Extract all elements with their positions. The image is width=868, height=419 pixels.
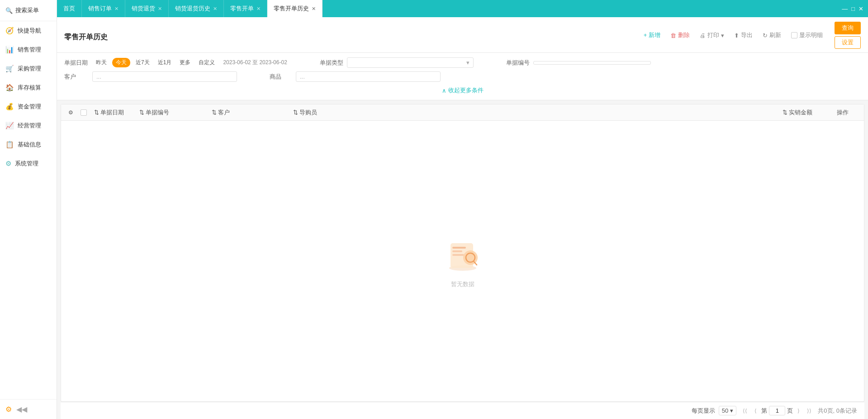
prev-page-button[interactable]: ⟨ [752,407,759,415]
sort-icon-date: ⇅ [94,109,99,116]
goods-input[interactable]: ... [296,71,441,82]
sort-icon-num: ⇅ [139,109,144,116]
page-header: 零售开单历史 + 新增 🗑 删除 🖨 打印 ▾ ⬆ 导出 ↻ [57,17,868,53]
refresh-button[interactable]: ↻ 刷新 [760,29,784,41]
close-button[interactable]: ✕ [859,5,863,12]
tab-home[interactable]: 首页 [57,0,82,17]
tab-retail-history[interactable]: 零售开单历史 ✕ [267,0,323,17]
date-label: 单据日期 [64,59,88,67]
print-button[interactable]: 🖨 打印 ▾ [697,29,727,41]
th-amount[interactable]: ⇅ 实销金额 [779,108,833,117]
customer-input[interactable]: ... [92,71,237,82]
sidebar-item-purchase[interactable]: 🛒 采购管理 [0,59,57,78]
type-label: 单据类型 [320,59,343,67]
filter-row-2: 客户 ... 商品 ... [64,71,861,82]
operation-icon: 📈 [5,122,14,130]
export-button[interactable]: ⬆ 导出 [731,29,755,41]
collapse-filter[interactable]: ∧ 收起更多条件 [64,85,861,95]
page-number-input[interactable] [769,406,785,415]
date-range-display: 2023-06-02 至 2023-06-02 [223,59,287,66]
empty-illustration [442,234,483,275]
sidebar-item-finance[interactable]: 💰 资金管理 [0,97,57,116]
sidebar-bottom: ⚙ ◀◀ [0,399,57,419]
sales-icon: 📊 [5,46,14,54]
per-page-value: 50 [722,407,728,414]
window-controls: — □ ✕ [842,5,868,12]
customer-placeholder: ... [96,73,101,80]
num-input[interactable] [533,61,651,65]
page-navigation: ⟨⟨ ⟨ 第 页 ⟩ ⟩⟩ [740,406,814,415]
per-page-select[interactable]: 50 ▾ [719,406,736,415]
sidebar-label-finance: 资金管理 [18,103,41,111]
tab-sales-return-history-label: 销货退货历史 [175,5,210,13]
sidebar-item-sales[interactable]: 📊 销售管理 [0,40,57,59]
finance-icon: 💰 [5,103,14,111]
sidebar-item-inventory[interactable]: 🏠 库存核算 [0,78,57,97]
sidebar-item-system[interactable]: ⚙ 系统管理 [0,154,57,173]
tab-home-label: 首页 [63,5,75,13]
query-setting-group: 查询 设置 [835,22,861,49]
th-num[interactable]: ⇅ 单据编号 [136,108,208,117]
sidebar-item-operation[interactable]: 📈 经营管理 [0,116,57,135]
sidebar-label-basic: 基础信息 [18,141,41,149]
date-7days[interactable]: 近7天 [133,58,152,67]
first-page-button[interactable]: ⟨⟨ [740,407,750,415]
gear-button[interactable]: ⚙ [5,405,12,414]
th-operation: 操作 [833,108,860,117]
add-button[interactable]: + 新增 [641,29,663,41]
checkbox-display [791,32,797,38]
close-tab-retail-order[interactable]: ✕ [256,6,261,12]
th-customer[interactable]: ⇅ 客户 [208,108,289,117]
tab-sales-order[interactable]: 销售订单 ✕ [82,0,125,17]
sidebar: 🔍 搜索采单 🧭 快捷导航 📊 销售管理 🛒 采购管理 🏠 库存核算 💰 资金管… [0,0,57,419]
th-guide[interactable]: ⇅ 导购员 [289,108,335,117]
print-icon: 🖨 [700,32,706,39]
th-date[interactable]: ⇅ 单据日期 [90,108,136,117]
sidebar-item-nav[interactable]: 🧭 快捷导航 [0,21,57,40]
tab-retail-order[interactable]: 零售开单 ✕ [224,0,267,17]
sidebar-label-inventory: 库存核算 [18,84,41,92]
close-tab-sales-return-history[interactable]: ✕ [213,6,217,12]
maximize-button[interactable]: □ [851,5,855,12]
header-checkbox [81,109,87,116]
tab-sales-return-label: 销货退货 [132,5,155,13]
page-total: 共0页, 0条记录 [818,407,857,415]
collapse-button[interactable]: ◀◀ [16,405,27,414]
query-button[interactable]: 查询 [835,22,861,34]
sort-icon-guide: ⇅ [293,109,298,116]
export-icon: ⬆ [734,32,739,39]
customer-label: 客户 [64,73,87,81]
close-tab-sales-return[interactable]: ✕ [158,6,162,12]
last-page-button[interactable]: ⟩⟩ [804,407,814,415]
main-area: 首页 销售订单 ✕ 销货退货 ✕ 销货退货历史 ✕ 零售开单 ✕ 零售开单历史 … [57,0,868,419]
page-title: 零售开单历史 [64,33,108,42]
minimize-button[interactable]: — [842,5,848,12]
search-menu[interactable]: 🔍 搜索采单 [0,0,57,21]
date-yesterday[interactable]: 昨天 [93,58,109,67]
svg-rect-2 [452,247,466,249]
th-gear[interactable]: ⚙ [65,109,77,116]
nav-icon: 🧭 [5,27,14,35]
date-custom[interactable]: 自定义 [196,58,218,67]
delete-button[interactable]: 🗑 删除 [668,29,693,41]
toolbar: + 新增 🗑 删除 🖨 打印 ▾ ⬆ 导出 ↻ 刷新 [641,22,861,52]
th-checkbox[interactable] [77,109,90,116]
next-page-button[interactable]: ⟩ [795,407,802,415]
tab-sales-return[interactable]: 销货退货 ✕ [125,0,169,17]
type-select-arrow: ▾ [466,59,470,66]
sidebar-label-purchase: 采购管理 [18,65,41,73]
tab-sales-return-history[interactable]: 销货退货历史 ✕ [169,0,224,17]
display-detail-button[interactable]: 显示明细 [788,29,825,41]
date-filter: 昨天 今天 近7天 近1月 更多 自定义 [93,58,218,67]
type-select[interactable]: ▾ [347,57,474,68]
close-tab-sales-order[interactable]: ✕ [114,6,119,12]
setting-button[interactable]: 设置 [835,36,861,49]
date-1month[interactable]: 近1月 [155,58,175,67]
close-tab-retail-history[interactable]: ✕ [312,6,316,12]
pagination: 每页显示 50 ▾ ⟨⟨ ⟨ 第 页 ⟩ ⟩⟩ 共0页, 0条记录 [61,402,864,419]
date-more[interactable]: 更多 [177,58,193,67]
sidebar-item-basic[interactable]: 📋 基础信息 [0,135,57,154]
date-today[interactable]: 今天 [112,58,130,67]
sidebar-label-system: 系统管理 [15,160,38,168]
page-label: 第 [761,407,767,415]
